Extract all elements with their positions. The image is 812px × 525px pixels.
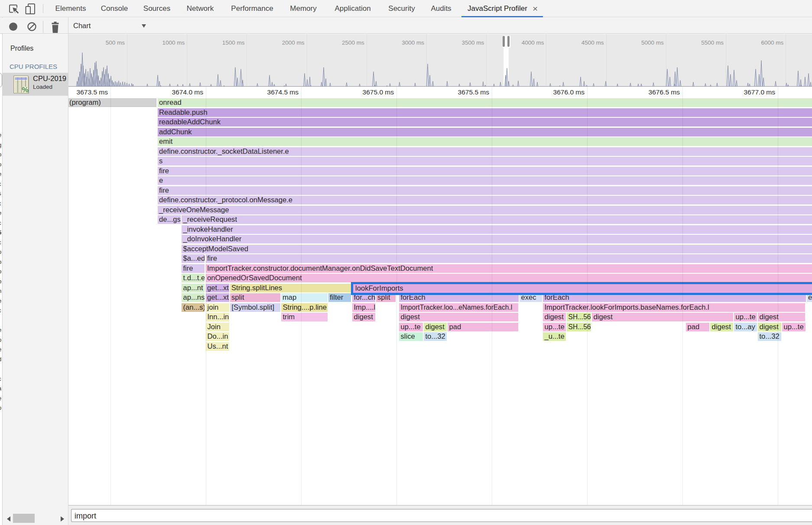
svg-text:%: %	[22, 86, 29, 94]
